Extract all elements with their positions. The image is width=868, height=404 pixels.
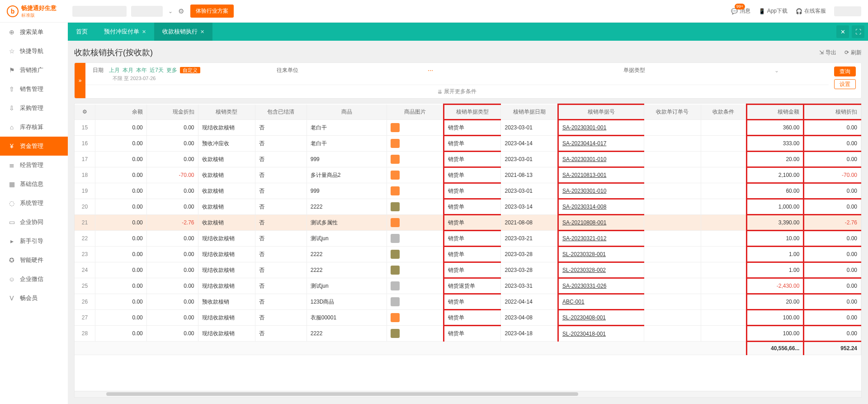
table-row[interactable]: 18 0.00 -70.00 收款核销 否 多计量商品2 销货单 2021-08… xyxy=(75,167,861,183)
partner-filter[interactable]: 往来单位 ⋯ xyxy=(277,67,434,74)
setting-button[interactable]: 设置 xyxy=(834,79,856,89)
sidebar-item[interactable]: ⊕搜索菜单 xyxy=(0,23,68,42)
table-row[interactable]: 16 0.00 0.00 预收冲应收 否 老白干 销货单 2023-04-14 … xyxy=(75,136,861,152)
table-row[interactable]: 23 0.00 0.00 现结收款核销 否 2222 销货单 2023-03-2… xyxy=(75,247,861,262)
table-row[interactable]: 20 0.00 0.00 收款核销 否 2222 销货单 2023-03-14 … xyxy=(75,199,861,215)
sidebar-item[interactable]: ⌂库存核算 xyxy=(0,118,68,137)
col-product-image[interactable]: 商品图片 xyxy=(387,105,443,120)
close-icon[interactable]: ✕ xyxy=(142,29,146,35)
col-verify-discount[interactable]: 核销折扣 xyxy=(804,105,861,120)
filter-collapse-button[interactable]: » xyxy=(75,63,85,98)
table-row[interactable]: 15 0.00 0.00 现结收款核销 否 老白干 销货单 2023-03-01… xyxy=(75,120,861,136)
sidebar-icon: ⌂ xyxy=(8,124,15,131)
date-quick-link[interactable]: 本年 xyxy=(136,67,147,73)
sidebar-item[interactable]: ≣经营管理 xyxy=(0,156,68,175)
col-cash-discount[interactable]: 现金折扣 xyxy=(146,105,198,120)
col-bill-type[interactable]: 核销单据类型 xyxy=(444,105,501,120)
horizontal-scrollbar[interactable] xyxy=(75,391,861,397)
col-balance[interactable]: 余额 xyxy=(95,105,147,120)
date-custom-button[interactable]: 自定义 xyxy=(180,67,200,73)
bill-type-filter[interactable]: 单据类型 ⌄ xyxy=(623,67,779,74)
close-tab-button[interactable]: ✕ xyxy=(836,25,849,38)
app-download-button[interactable]: 📱 App下载 xyxy=(759,7,788,15)
date-quick-link[interactable]: 更多 xyxy=(166,67,177,73)
online-service-button[interactable]: 🎧 在线客服 xyxy=(796,7,826,15)
cell-bill-no[interactable]: SL-20230328-002 xyxy=(558,262,644,278)
cell-product: 123D商品 xyxy=(307,294,387,310)
sidebar-item[interactable]: V畅会员 xyxy=(0,289,68,308)
col-bill-no[interactable]: 核销单据号 xyxy=(558,105,644,120)
sidebar-item[interactable]: ▦基础信息 xyxy=(0,175,68,194)
cell-bill-no[interactable]: SA-20230414-017 xyxy=(558,136,644,152)
cell-bill-no[interactable]: SL-20230408-001 xyxy=(558,310,644,326)
product-thumb-icon xyxy=(391,171,400,180)
table-row[interactable]: 17 0.00 0.00 收款核销 否 999 销货单 2023-03-01 S… xyxy=(75,152,861,167)
expand-filters-button[interactable]: ⇊ 展开更多条件 xyxy=(85,85,829,98)
cell-bill-no[interactable]: SA-20210813-001 xyxy=(558,167,644,183)
table-row[interactable]: 21 0.00 -2.76 收款核销 否 测试多属性 销货单 2021-08-0… xyxy=(75,215,861,231)
table-row[interactable]: 26 0.00 0.00 预收款核销 否 123D商品 销货单 2022-04-… xyxy=(75,294,861,310)
message-button[interactable]: 💬 消息 99+ xyxy=(731,7,750,15)
col-verify-type[interactable]: 核销类型 xyxy=(198,105,255,120)
col-bill-date[interactable]: 核销单据日期 xyxy=(501,105,558,120)
sidebar-item[interactable]: ▭企业协同 xyxy=(0,213,68,232)
product-thumb-icon xyxy=(391,250,400,259)
cell-bill-type: 销货退货单 xyxy=(444,278,501,294)
cell-bill-no[interactable]: SA-20230314-008 xyxy=(558,199,644,215)
table-row[interactable]: 19 0.00 0.00 收款核销 否 999 销货单 2023-03-01 S… xyxy=(75,183,861,199)
sidebar-item[interactable]: ☺企业微信 xyxy=(0,270,68,289)
scrollbar-thumb[interactable] xyxy=(106,392,578,396)
avatar[interactable] xyxy=(834,6,861,16)
main: 首页预付冲应付单✕收款核销执行✕ ✕ ⛶ 收款核销执行(按收款) ⇲导出 ⟳刷新… xyxy=(68,23,868,404)
cell-bill-no[interactable]: ABC-001 xyxy=(558,294,644,310)
cell-bill-no[interactable]: SA-20230301-010 xyxy=(558,183,644,199)
cell-order-no xyxy=(644,247,701,262)
org-selector[interactable] xyxy=(72,6,127,17)
query-button[interactable]: 查询 xyxy=(834,67,856,76)
close-icon[interactable]: ✕ xyxy=(200,29,204,35)
tab[interactable]: 首页 xyxy=(68,23,96,41)
cell-bill-no[interactable]: SA-20230301-010 xyxy=(558,152,644,167)
cell-bill-no[interactable]: SL-20230418-001 xyxy=(558,326,644,342)
cell-bill-no[interactable]: SL-20230328-001 xyxy=(558,247,644,262)
cell-bill-no[interactable]: SA-20230321-012 xyxy=(558,231,644,247)
sidebar-item[interactable]: ⇧销售管理 xyxy=(0,80,68,99)
tab[interactable]: 预付冲应付单✕ xyxy=(96,23,154,41)
gear-icon[interactable]: ⚙ xyxy=(178,7,184,15)
col-verify-amount[interactable]: 核销金额 xyxy=(747,105,804,120)
table-row[interactable]: 25 0.00 0.00 现结收款核销 否 测试jun 销货退货单 2023-0… xyxy=(75,278,861,294)
fullscreen-button[interactable]: ⛶ xyxy=(852,25,864,38)
caret-down-icon[interactable]: ⌄ xyxy=(168,8,173,14)
col-condition[interactable]: 收款条件 xyxy=(701,105,746,120)
col-product[interactable]: 商品 xyxy=(307,105,387,120)
gear-column-icon[interactable]: ⚙ xyxy=(75,105,95,120)
date-quick-link[interactable]: 本月 xyxy=(123,67,133,73)
cell-bill-no[interactable]: SA-20210808-001 xyxy=(558,215,644,231)
refresh-button[interactable]: ⟳刷新 xyxy=(844,49,862,57)
sidebar-item[interactable]: ⇩采购管理 xyxy=(0,99,68,118)
cell-bill-no[interactable]: SA-20230331-026 xyxy=(558,278,644,294)
table-row[interactable]: 27 0.00 0.00 现结收款核销 否 衣服00001 销货单 2023-0… xyxy=(75,310,861,326)
sidebar-item[interactable]: ✪智能硬件 xyxy=(0,251,68,270)
tab[interactable]: 收款核销执行✕ xyxy=(154,23,212,41)
table-row[interactable]: 22 0.00 0.00 现结收款核销 否 测试jun 销货单 2023-03-… xyxy=(75,231,861,247)
cell-discount: 0.00 xyxy=(804,231,861,247)
table-row[interactable]: 28 0.00 0.00 现结收款核销 否 2222 销货单 2023-04-1… xyxy=(75,326,861,342)
sidebar-item[interactable]: ⚑营销推广 xyxy=(0,61,68,80)
cell-type: 收款核销 xyxy=(198,199,255,215)
cell-bill-no[interactable]: SA-20230301-001 xyxy=(558,120,644,136)
sidebar-item[interactable]: ☆快捷导航 xyxy=(0,42,68,61)
date-quick-link[interactable]: 近7天 xyxy=(150,67,164,73)
row-index: 23 xyxy=(75,247,95,262)
sidebar-item[interactable]: ¥资金管理 xyxy=(0,137,68,156)
col-settled[interactable]: 包含已结清 xyxy=(255,105,307,120)
experience-button[interactable]: 体验行业方案 xyxy=(190,5,234,18)
date-quick-link[interactable]: 上月 xyxy=(109,67,120,73)
col-order-no[interactable]: 收款单订单号 xyxy=(644,105,701,120)
table-row[interactable]: 24 0.00 0.00 现结收款核销 否 2222 销货单 2023-03-2… xyxy=(75,262,861,278)
sidebar-item[interactable]: ◌系统管理 xyxy=(0,194,68,213)
sidebar-item[interactable]: ▸新手引导 xyxy=(0,232,68,251)
export-button[interactable]: ⇲导出 xyxy=(819,49,836,57)
user-selector[interactable] xyxy=(131,6,163,17)
row-index: 15 xyxy=(75,120,95,136)
